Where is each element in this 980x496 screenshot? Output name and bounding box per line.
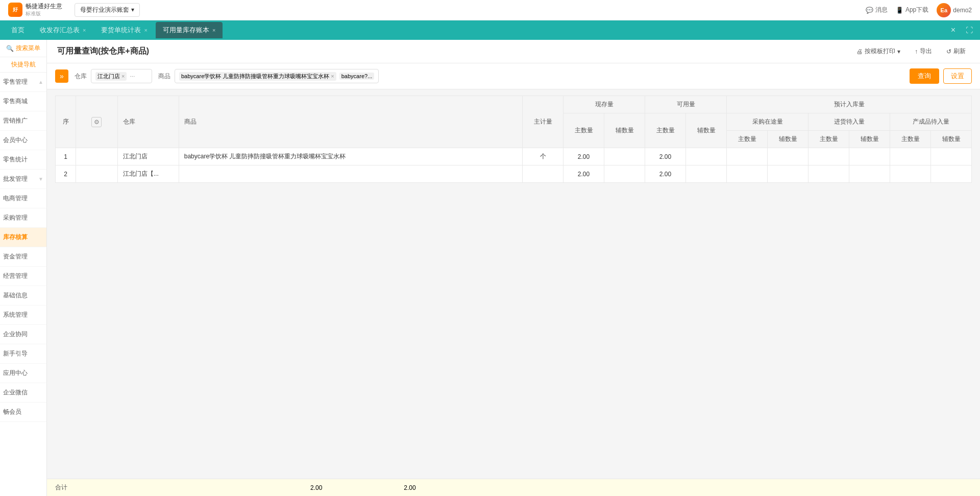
sidebar-item-wholesale-mgmt[interactable]: 批发管理 ▼ <box>0 170 46 189</box>
sidebar-item-purchase-mgmt[interactable]: 采购管理 <box>0 208 46 228</box>
header-right: 💬 消息 📱 App下载 Ea demo2 <box>866 3 972 17</box>
cell-warehouse: 江北门店【... <box>117 166 179 183</box>
sidebar-item-stock-check[interactable]: 库存核算 <box>0 228 46 247</box>
sidebar-member-center-label: 会员中心 <box>3 136 28 145</box>
warehouse-tag: 江北门店 × <box>95 72 127 81</box>
refresh-button[interactable]: ↺ 刷新 <box>942 45 970 58</box>
product-tag1-value: babycare学饮杯 儿童防摔防撞吸管杯重力球吸嘴杯宝宝水杯 <box>181 73 329 80</box>
th-settings[interactable]: ⚙ <box>76 96 118 148</box>
chevron-down-icon: ▼ <box>38 176 43 182</box>
page-actions: 🖨 按模板打印 ▾ ↑ 导出 ↺ 刷新 <box>852 45 970 58</box>
th-no: 序 <box>56 96 76 148</box>
th-incoming-pending-group: 进货待入量 <box>808 113 890 131</box>
cell-warehouse: 江北门店 <box>117 148 179 166</box>
cell-incoming-aux <box>849 166 890 183</box>
export-icon: ↑ <box>915 48 918 55</box>
sidebar-item-new-guide[interactable]: 新手引导 <box>0 344 46 364</box>
message-action[interactable]: 💬 消息 <box>866 6 888 14</box>
cell-product <box>179 166 522 183</box>
message-label: 消息 <box>875 6 888 14</box>
sidebar-item-marketing[interactable]: 营销推广 <box>0 111 46 131</box>
th-available-main: 主数量 <box>645 113 686 148</box>
th-products-aux: 辅数量 <box>931 131 972 148</box>
tab-receive-summary[interactable]: 收发存汇总表 × <box>33 22 93 38</box>
settings-icon[interactable]: ⚙ <box>91 117 102 127</box>
tab-receive-summary-label: 收发存汇总表 <box>40 26 80 35</box>
cell-purchased-aux <box>768 166 808 183</box>
sidebar-item-retail-stats[interactable]: 零售统计 <box>0 150 46 170</box>
cell-products-main <box>890 166 931 183</box>
cell-stock-main: 2.00 <box>564 148 604 166</box>
tab-receive-summary-close[interactable]: × <box>83 27 86 33</box>
nav-tabs: 首页 收发存汇总表 × 要货单统计表 × 可用量库存账本 × × ⛶ <box>0 20 980 40</box>
sidebar-vip-member-label: 畅会员 <box>3 408 21 416</box>
cell-available-main: 2.00 <box>645 166 686 183</box>
cell-incoming-main <box>808 148 849 166</box>
product-tag2: babycare?... <box>339 73 375 80</box>
cell-products-aux <box>931 166 972 183</box>
sidebar-item-retail-mgmt[interactable]: 零售管理 ▲ <box>0 73 46 92</box>
sidebar-operations-label: 经营管理 <box>3 272 28 280</box>
th-purchased-aux: 辅数量 <box>768 131 808 148</box>
header-left: 好 畅捷通好生意 标准版 母婴行业演示账套 ▾ <box>8 3 140 17</box>
nav-close-button[interactable]: × <box>948 25 959 36</box>
sidebar-item-retail-mall[interactable]: 零售商城 <box>0 92 46 111</box>
app-download-action[interactable]: 📱 App下载 <box>896 6 928 14</box>
print-template-button[interactable]: 🖨 按模板打印 ▾ <box>852 45 904 58</box>
export-button[interactable]: ↑ 导出 <box>911 45 936 58</box>
product-tag1-remove[interactable]: × <box>331 73 334 79</box>
sidebar-item-basic-info[interactable]: 基础信息 <box>0 286 46 305</box>
warehouse-filter-group: 仓库 江北门店 × ··· <box>75 69 152 83</box>
sidebar-item-app-center[interactable]: 应用中心 <box>0 364 46 383</box>
th-incoming-main: 主数量 <box>808 131 849 148</box>
cell-main-unit <box>523 166 564 183</box>
sidebar-quick-nav[interactable]: 快捷导航 <box>0 57 46 73</box>
cell-settings[interactable] <box>76 166 118 183</box>
product-filter-input[interactable]: babycare学饮杯 儿童防摔防撞吸管杯重力球吸嘴杯宝宝水杯 × babyca… <box>175 69 379 83</box>
tab-home[interactable]: 首页 <box>4 22 32 38</box>
sidebar-item-member-center[interactable]: 会员中心 <box>0 131 46 150</box>
sidebar-item-vip-member[interactable]: 畅会员 <box>0 403 46 422</box>
cell-available-aux <box>686 148 727 166</box>
filter-expand-button[interactable]: » <box>55 69 68 83</box>
table-row: 1 江北门店 babycare学饮杯 儿童防摔防撞吸管杯重力球吸嘴杯宝宝水杯 个… <box>56 148 972 166</box>
sidebar-item-ecommerce-mgmt[interactable]: 电商管理 <box>0 189 46 208</box>
tab-available-stock-close[interactable]: × <box>212 27 215 33</box>
export-label: 导出 <box>920 47 932 56</box>
sidebar-enterprise-wechat-label: 企业微信 <box>3 388 28 397</box>
cell-settings[interactable] <box>76 148 118 166</box>
th-stock-aux: 辅数量 <box>604 113 645 148</box>
sidebar-item-enterprise-collab[interactable]: 企业协同 <box>0 325 46 344</box>
tenant-selector[interactable]: 母婴行业演示账套 ▾ <box>75 3 140 17</box>
sidebar-ecommerce-label: 电商管理 <box>3 194 28 203</box>
warehouse-tag-remove[interactable]: × <box>121 73 125 79</box>
table-footer: 合计 2.00 2.00 <box>47 479 980 496</box>
query-button[interactable]: 查询 <box>910 68 939 84</box>
logo-area: 好 畅捷通好生意 标准版 <box>8 3 62 17</box>
sidebar-item-sys-mgmt[interactable]: 系统管理 <box>0 305 46 325</box>
warehouse-filter-input[interactable]: 江北门店 × ··· <box>91 69 152 83</box>
sidebar-item-enterprise-wechat[interactable]: 企业微信 <box>0 383 46 403</box>
refresh-label: 刷新 <box>953 47 966 56</box>
tenant-name: 母婴行业演示账套 <box>80 6 129 14</box>
cell-no: 2 <box>56 166 76 183</box>
nav-expand-button[interactable]: ⛶ <box>963 25 976 35</box>
logo-text-area: 畅捷通好生意 标准版 <box>26 3 62 17</box>
cell-purchased-aux <box>768 148 808 166</box>
sidebar-search[interactable]: 🔍 搜索菜单 <box>0 40 46 57</box>
product-tag1: babycare学饮杯 儿童防摔防撞吸管杯重力球吸嘴杯宝宝水杯 × <box>179 72 336 81</box>
user-area[interactable]: Ea demo2 <box>937 3 972 17</box>
th-purchased-main: 主数量 <box>727 131 768 148</box>
sidebar-item-finance-mgmt[interactable]: 资金管理 <box>0 247 46 267</box>
logo-icon: 好 <box>8 3 22 17</box>
th-main-unit: 主计量 <box>523 96 564 148</box>
sidebar-retail-mall-label: 零售商城 <box>3 97 28 106</box>
tab-order-stats-close[interactable]: × <box>144 27 147 33</box>
cell-main-unit: 个 <box>523 148 564 166</box>
setting-button[interactable]: 设置 <box>943 68 972 84</box>
sidebar-item-operations-mgmt[interactable]: 经营管理 <box>0 267 46 286</box>
tab-available-stock[interactable]: 可用量库存账本 × <box>156 22 223 38</box>
search-icon: 🔍 <box>6 45 14 52</box>
tab-order-stats[interactable]: 要货单统计表 × <box>94 22 154 38</box>
warehouse-tag-value: 江北门店 <box>97 73 120 80</box>
